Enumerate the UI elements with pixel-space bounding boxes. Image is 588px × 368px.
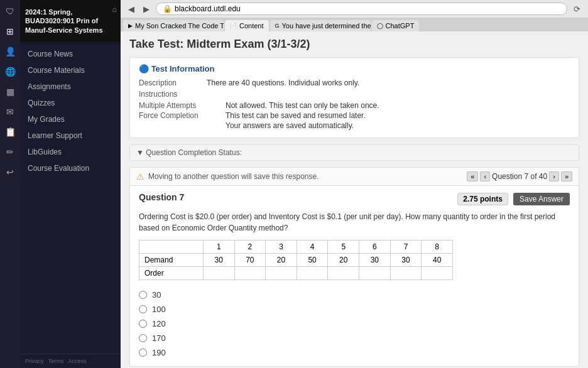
question-nav-top: « ‹ Question 7 of 40 › »	[467, 171, 572, 181]
access-link[interactable]: Access	[68, 358, 86, 364]
table-order-5	[328, 267, 359, 280]
autosave-note: Your answers are saved automatically.	[226, 121, 354, 130]
answer-options: 30 100 120 170	[139, 288, 570, 360]
icon-person[interactable]: 👤	[4, 46, 16, 57]
answer-label-30: 30	[152, 290, 161, 300]
icon-grid[interactable]: ⊞	[4, 26, 16, 36]
icon-globe[interactable]: 🌐	[4, 67, 16, 77]
tab-google[interactable]: G You have just determined the actual nu…	[270, 20, 371, 31]
answer-option-190[interactable]: 190	[139, 348, 570, 357]
radio-120[interactable]	[139, 320, 147, 328]
answer-option-30[interactable]: 30	[139, 290, 570, 300]
tab-icon-chatgpt: ◯	[377, 23, 383, 29]
sidebar-item-course-evaluation[interactable]: Course Evaluation	[20, 160, 121, 176]
table-header-8: 8	[422, 241, 453, 254]
table-demand-7: 30	[390, 254, 422, 267]
radio-190[interactable]	[139, 349, 147, 357]
completion-status-label: ▼ Question Completion Status:	[136, 148, 242, 157]
sidebar-item-quizzes[interactable]: Quizzes	[20, 95, 121, 111]
tab-content[interactable]: 📄 Content	[225, 20, 269, 31]
question-counter-top: Question 7 of 40	[492, 172, 547, 181]
table-demand-5: 20	[328, 254, 359, 267]
sidebar-item-course-news[interactable]: Course News	[20, 46, 121, 62]
question-title: Question 7	[139, 192, 184, 202]
answer-option-170[interactable]: 170	[139, 333, 570, 343]
question-card-top: ⚠ Moving to another question will save t…	[129, 167, 579, 367]
answer-label-120: 120	[152, 319, 166, 328]
tab-label-youtube: My Son Cracked The Code To Always Win At…	[135, 22, 224, 30]
last-question-btn[interactable]: »	[561, 171, 572, 181]
lock-icon: 🔒	[163, 4, 172, 13]
page-title: Take Test: Midterm Exam (3/1-3/2)	[129, 38, 579, 51]
sidebar: 2024:1 Spring, BUAD3020:901 Prin of Manu…	[20, 0, 121, 368]
table-order-1	[203, 267, 234, 280]
back-button[interactable]: ◀	[126, 3, 137, 15]
saving-note-top: Moving to another question will save thi…	[148, 172, 463, 181]
description-label: Description	[139, 78, 202, 87]
table-demand-2: 70	[234, 254, 266, 267]
table-header-6: 6	[359, 241, 391, 254]
completion-status-bar[interactable]: ▼ Question Completion Status:	[129, 144, 579, 161]
question-text: Ordering Cost is $20.0 (per order) and I…	[139, 211, 570, 234]
sidebar-nav: Course News Course Materials Assignments…	[20, 42, 121, 354]
points-badge: 2.75 points	[457, 193, 508, 205]
table-header-1: 1	[203, 241, 234, 254]
table-demand-label: Demand	[139, 254, 204, 267]
icon-back[interactable]: ↩	[4, 167, 16, 177]
prev-question-btn[interactable]: ‹	[480, 171, 490, 181]
icon-calendar[interactable]: ▦	[4, 87, 16, 97]
tab-youtube[interactable]: ▶ My Son Cracked The Code To Always Win …	[123, 20, 224, 31]
main-content: ◀ ▶ 🔒 blackboard.utdl.edu ⟳ ▶ My Son Cra…	[121, 0, 588, 368]
radio-170[interactable]	[139, 334, 147, 342]
reload-button[interactable]: ⟳	[571, 3, 583, 15]
table-row-demand: Demand 30 70 20 50 20 30 30 40	[139, 254, 453, 267]
autosave-spacer	[139, 121, 220, 130]
address-bar[interactable]: 🔒 blackboard.utdl.edu	[156, 3, 567, 15]
answer-option-120[interactable]: 120	[139, 319, 570, 328]
sidebar-footer: Privacy Terms Access	[20, 354, 121, 368]
tab-label-content: Content	[239, 22, 264, 30]
page-content: Take Test: Midterm Exam (3/1-3/2) 🔵 Test…	[121, 31, 588, 368]
icon-shield[interactable]: 🛡	[4, 6, 16, 16]
icon-document[interactable]: 📋	[4, 127, 16, 137]
forward-button[interactable]: ▶	[141, 3, 152, 15]
sidebar-item-learner-support[interactable]: Learner Support	[20, 127, 121, 144]
tab-chatgpt[interactable]: ◯ ChatGPT	[372, 20, 420, 31]
icon-mail[interactable]: ✉	[4, 107, 16, 117]
sidebar-item-assignments[interactable]: Assignments	[20, 78, 121, 95]
tab-icon-youtube: ▶	[128, 23, 133, 29]
save-answer-button[interactable]: Save Answer	[513, 193, 570, 205]
table-header-0	[139, 241, 204, 254]
tab-icon-google: G	[275, 23, 280, 29]
question-body: Question 7 2.75 points Save Answer Order…	[130, 186, 579, 366]
table-order-7	[390, 267, 422, 280]
next-question-btn[interactable]: ›	[549, 171, 559, 181]
table-demand-1: 30	[203, 254, 234, 267]
question-table-container: 1 2 3 4 5 6 7 8 Demand 30 70	[139, 240, 570, 288]
autosave-row: Your answers are saved automatically.	[139, 121, 570, 130]
sidebar-item-course-materials[interactable]: Course Materials	[20, 62, 121, 78]
force-completion-row: Force Completion This test can be saved …	[139, 111, 570, 120]
icon-edit[interactable]: ✏	[4, 147, 16, 157]
privacy-link[interactable]: Privacy	[25, 358, 44, 364]
table-order-label: Order	[139, 267, 204, 280]
question-table: 1 2 3 4 5 6 7 8 Demand 30 70	[139, 240, 453, 280]
table-demand-3: 20	[266, 254, 297, 267]
answer-option-100[interactable]: 100	[139, 305, 570, 314]
course-title: 2024:1 Spring, BUAD3020:901 Prin of Manu…	[24, 5, 112, 37]
table-header-4: 4	[297, 241, 328, 254]
home-icon[interactable]: ⌂	[112, 5, 117, 14]
radio-30[interactable]	[139, 291, 147, 299]
radio-100[interactable]	[139, 305, 147, 313]
sidebar-item-libguides[interactable]: LibGuides	[20, 144, 121, 160]
terms-link[interactable]: Terms	[48, 358, 64, 364]
tab-label-google: You have just determined the actual numb…	[282, 22, 371, 30]
sidebar-item-my-grades[interactable]: My Grades	[20, 111, 121, 127]
table-demand-4: 50	[297, 254, 328, 267]
tab-icon-content: 📄	[230, 23, 237, 29]
tab-label-chatgpt: ChatGPT	[386, 22, 415, 30]
table-order-2	[234, 267, 266, 280]
info-icon: 🔵	[139, 64, 149, 73]
answer-label-100: 100	[152, 305, 166, 314]
first-question-btn[interactable]: «	[467, 171, 478, 181]
